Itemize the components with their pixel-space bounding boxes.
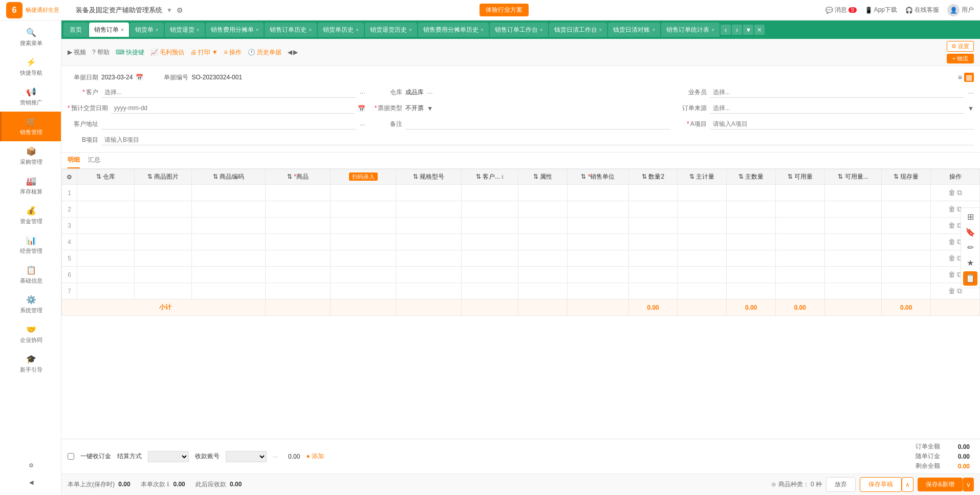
row-1-scan[interactable] bbox=[331, 185, 396, 201]
shortcut-btn[interactable]: ⌨ 快捷键 bbox=[116, 48, 144, 57]
delivery-input[interactable] bbox=[111, 103, 355, 114]
row-7-image[interactable] bbox=[134, 283, 191, 299]
payment-more-btn[interactable]: ··· bbox=[273, 453, 278, 460]
float-btn-3[interactable]: ✏ bbox=[963, 241, 977, 255]
sidebar-item-basic-info[interactable]: 📋 基础信息 bbox=[0, 260, 61, 290]
tab-fee-history[interactable]: 销售费用分摊单历史 × bbox=[418, 23, 489, 37]
float-btn-1[interactable]: ⊞ bbox=[963, 210, 977, 224]
sidebar-settings-btn[interactable]: ⚙ bbox=[0, 457, 61, 474]
row-3-scan[interactable] bbox=[331, 218, 396, 234]
tab-order-wb-close[interactable]: × bbox=[540, 27, 543, 33]
customer-addr-input[interactable] bbox=[101, 119, 357, 130]
sidebar-item-guide[interactable]: 🎓 新手引导 bbox=[0, 349, 61, 379]
row-7-delete-btn[interactable]: 🗑 bbox=[948, 287, 955, 295]
order-source-input[interactable] bbox=[710, 103, 965, 114]
sidebar-item-marketing[interactable]: 📢 营销推广 bbox=[0, 82, 61, 112]
row-3-unit[interactable] bbox=[568, 218, 629, 234]
account-select[interactable] bbox=[226, 451, 267, 462]
row-6-avail2[interactable] bbox=[824, 267, 882, 283]
row-1-spec[interactable] bbox=[396, 185, 461, 201]
row-2-spec[interactable] bbox=[396, 201, 461, 218]
row-4-unit[interactable] bbox=[568, 234, 629, 250]
date-value[interactable]: 2023-03-24 bbox=[101, 74, 133, 81]
row-1-unit[interactable] bbox=[568, 185, 629, 201]
row-6-attr[interactable] bbox=[518, 267, 568, 283]
row-5-image[interactable] bbox=[134, 250, 191, 267]
list-view-icon[interactable]: ≡ bbox=[958, 73, 962, 81]
tab-goods-history[interactable]: 销货单历史 × bbox=[318, 23, 364, 37]
order-source-dropdown-icon[interactable]: ▼ bbox=[968, 105, 974, 112]
row-4-stock[interactable] bbox=[882, 234, 931, 250]
settlement-select[interactable] bbox=[148, 451, 189, 462]
row-5-code[interactable] bbox=[191, 250, 265, 267]
row-6-scan[interactable] bbox=[331, 267, 396, 283]
tab-sales-order[interactable]: 销售订单 × bbox=[89, 23, 129, 37]
tab-sales-return[interactable]: 销货退货 × bbox=[165, 23, 205, 37]
row-5-warehouse[interactable] bbox=[77, 250, 135, 267]
solution-button[interactable]: 体验行业方案 bbox=[480, 4, 529, 16]
float-btn-4[interactable]: ★ bbox=[963, 256, 977, 270]
tab-reconcile-close[interactable]: × bbox=[652, 27, 655, 33]
row-7-stock[interactable] bbox=[882, 283, 931, 299]
row-7-warehouse[interactable] bbox=[77, 283, 135, 299]
row-5-scan[interactable] bbox=[331, 250, 396, 267]
row-5-qty2[interactable] bbox=[628, 250, 678, 267]
history-btn[interactable]: 🕐 历史单据 bbox=[248, 48, 281, 57]
tab-daily-wb-close[interactable]: × bbox=[599, 27, 602, 33]
sidebar-item-operation[interactable]: 📊 经营管理 bbox=[0, 230, 61, 260]
col-main-qty-header[interactable]: ⇅ 主数量 bbox=[727, 169, 776, 185]
col-attr-header[interactable]: ⇅ 属性 bbox=[518, 169, 568, 185]
row-1-qty2[interactable] bbox=[628, 185, 678, 201]
row-1-attr[interactable] bbox=[518, 185, 568, 201]
row-6-delete-btn[interactable]: 🗑 bbox=[948, 270, 955, 278]
col-unit-header[interactable]: ⇅ *销售单位 bbox=[568, 169, 629, 185]
row-3-avail[interactable] bbox=[775, 218, 824, 234]
abandon-button[interactable]: 放弃 bbox=[826, 477, 856, 492]
float-btn-5[interactable]: 📋 bbox=[963, 271, 977, 286]
tab-detail[interactable]: 明细 bbox=[68, 153, 80, 168]
info-icon-credit[interactable]: ℹ bbox=[167, 481, 169, 488]
row-3-spec[interactable] bbox=[396, 218, 461, 234]
col-gear-header[interactable]: ⚙ bbox=[62, 169, 77, 185]
row-3-code[interactable] bbox=[191, 218, 265, 234]
row-2-image[interactable] bbox=[134, 201, 191, 218]
sidebar-item-enterprise[interactable]: 🤝 企业协同 bbox=[0, 319, 61, 349]
row-2-warehouse[interactable] bbox=[77, 201, 135, 218]
row-7-attr[interactable] bbox=[518, 283, 568, 299]
float-btn-2[interactable]: 🔖 bbox=[963, 225, 977, 240]
remark-input[interactable] bbox=[405, 119, 669, 130]
row-1-warehouse[interactable] bbox=[77, 185, 135, 201]
col-main-unit-header[interactable]: ⇅ 主计量 bbox=[678, 169, 727, 185]
tab-nav-right[interactable]: › bbox=[732, 25, 742, 35]
app-download[interactable]: 📱 App下载 bbox=[865, 6, 897, 14]
sidebar-item-search[interactable]: 🔍 搜索菜单 bbox=[0, 23, 61, 52]
tab-reconcile[interactable]: 钱货日清对账 × bbox=[608, 23, 660, 37]
row-2-avail[interactable] bbox=[775, 201, 824, 218]
sidebar-item-system[interactable]: ⚙️ 系统管理 bbox=[0, 290, 61, 319]
row-1-custom[interactable] bbox=[461, 185, 518, 201]
row-1-avail[interactable] bbox=[775, 185, 824, 201]
tab-stats[interactable]: 销售订单统计表 × bbox=[661, 23, 720, 37]
row-3-avail2[interactable] bbox=[824, 218, 882, 234]
row-6-avail[interactable] bbox=[775, 267, 824, 283]
row-2-main-qty[interactable] bbox=[727, 201, 776, 218]
tab-close-all[interactable]: × bbox=[754, 25, 765, 35]
row-5-main-unit[interactable] bbox=[678, 250, 727, 267]
row-6-spec[interactable] bbox=[396, 267, 461, 283]
row-7-spec[interactable] bbox=[396, 283, 461, 299]
row-7-unit[interactable] bbox=[568, 283, 629, 299]
row-3-delete-btn[interactable]: 🗑 bbox=[948, 221, 955, 229]
row-3-stock[interactable] bbox=[882, 218, 931, 234]
row-5-avail2[interactable] bbox=[824, 250, 882, 267]
tab-nav-left[interactable]: ‹ bbox=[721, 25, 731, 35]
warehouse-more-btn[interactable]: ··· bbox=[427, 89, 433, 97]
row-1-avail2[interactable] bbox=[824, 185, 882, 201]
col-spec-header[interactable]: ⇅ 规格型号 bbox=[396, 169, 461, 185]
tab-daily-workbench[interactable]: 钱货日清工作台 × bbox=[549, 23, 607, 37]
row-4-warehouse[interactable] bbox=[77, 234, 135, 250]
tab-sales-goods-close[interactable]: × bbox=[156, 27, 159, 33]
tab-sales-order-history[interactable]: 销售订单历史 × bbox=[265, 23, 317, 37]
online-service[interactable]: 🎧 在线客服 bbox=[905, 6, 939, 14]
row-3-image[interactable] bbox=[134, 218, 191, 234]
sidebar-item-finance[interactable]: 💰 资金管理 bbox=[0, 201, 61, 230]
